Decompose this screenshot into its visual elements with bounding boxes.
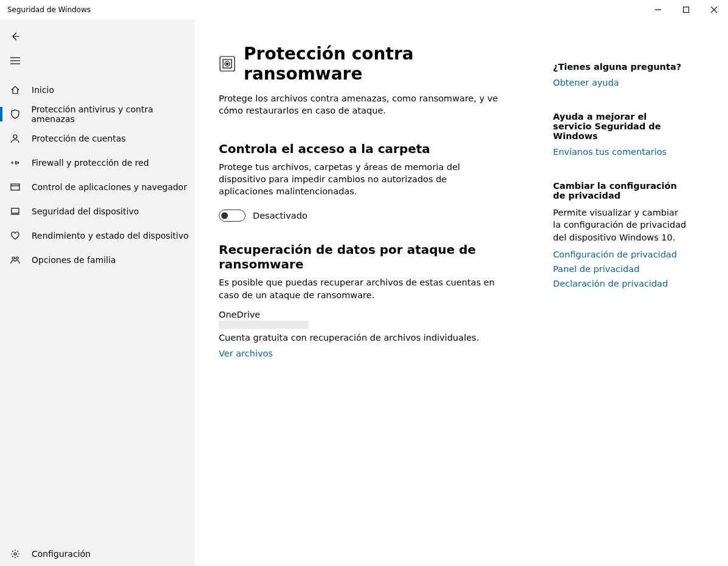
sidebar-item-settings[interactable]: Configuración [0,542,194,566]
maximize-button[interactable] [672,0,700,19]
sidebar-item-firewall[interactable]: Firewall y protección de red [0,151,194,175]
folder-access-toggle[interactable] [219,210,246,222]
section-desc-ransomware-recovery: Es posible que puedas recuperar archivos… [219,276,498,301]
back-button[interactable] [0,24,194,49]
svg-point-13 [16,257,18,259]
sidebar-item-device-health[interactable]: Rendimiento y estado del dispositivo [0,223,194,248]
privacy-dashboard-link[interactable]: Panel de privacidad [553,264,687,274]
sidebar-item-label: Inicio [32,85,54,95]
section-desc-folder-access: Protege tus archivos, carpetas y áreas d… [219,161,498,198]
sidebar-item-virus-threat[interactable]: Protección antivirus y contra amenazas [0,102,194,126]
account-name: OneDrive [219,310,529,319]
aside-privacy-heading: Cambiar la configuración de privacidad [553,181,687,200]
get-help-link[interactable]: Obtener ayuda [553,78,687,87]
ransomware-icon [219,55,235,72]
network-icon [10,158,21,168]
shield-icon [10,109,20,119]
privacy-settings-link[interactable]: Configuración de privacidad [553,250,687,259]
account-email-redacted [219,321,309,329]
sidebar-item-label: Firewall y protección de red [32,158,149,168]
sidebar-item-label: Protección de cuentas [32,134,126,143]
device-icon [10,206,21,216]
titlebar: Seguridad de Windows [0,0,728,19]
sidebar-item-family[interactable]: Opciones de familia [0,248,194,272]
svg-point-18 [226,63,228,65]
heart-icon [10,231,21,240]
section-heading-ransomware-recovery: Recuperación de datos por ataque de rans… [219,242,529,271]
svg-point-14 [14,553,16,555]
sidebar-item-app-browser[interactable]: Control de aplicaciones y navegador [0,175,194,199]
gear-icon [10,549,21,559]
sidebar-item-label: Protección antivirus y contra amenazas [31,104,194,124]
sidebar-item-account-protection[interactable]: Protección de cuentas [0,126,194,151]
svg-rect-10 [12,208,19,213]
family-icon [10,255,21,265]
page-lead: Protege los archivos contra amenazas, co… [219,92,498,117]
content-area: Protección contra ransomware Protege los… [194,19,728,566]
aside-help-heading: ¿Tienes alguna pregunta? [553,62,687,72]
sidebar-item-label: Opciones de familia [32,255,116,265]
minimize-button[interactable] [644,0,672,19]
svg-rect-1 [684,7,689,13]
toggle-state-label: Desactivado [253,211,307,220]
section-heading-folder-access: Controla el acceso a la carpeta [219,142,529,156]
window-title: Seguridad de Windows [7,5,644,14]
send-feedback-link[interactable]: Envíanos tus comentarios [553,147,687,157]
sidebar-item-home[interactable]: Inicio [0,78,194,102]
home-icon [10,85,21,95]
svg-rect-8 [11,184,19,190]
view-files-link[interactable]: Ver archivos [219,349,273,358]
sidebar-item-device-security[interactable]: Seguridad del dispositivo [0,199,194,223]
app-window-icon [10,182,21,192]
aside-feedback-heading: Ayuda a mejorar el servicio Seguridad de… [553,112,687,141]
svg-point-12 [12,257,15,259]
account-desc: Cuenta gratuita con recuperación de arch… [219,333,529,343]
person-icon [10,134,21,143]
page-title: Protección contra ransomware [244,44,529,84]
svg-point-7 [13,135,17,138]
close-button[interactable] [700,0,728,19]
sidebar-item-label: Control de aplicaciones y navegador [32,182,187,192]
sidebar: Inicio Protección antivirus y contra ame… [0,19,194,566]
hamburger-button[interactable] [0,49,194,73]
sidebar-item-label: Seguridad del dispositivo [32,206,139,216]
privacy-statement-link[interactable]: Declaración de privacidad [553,279,687,288]
sidebar-item-label: Configuración [32,549,91,559]
aside-privacy-desc: Permite visualizar y cambiar la configur… [553,206,687,244]
sidebar-item-label: Rendimiento y estado del dispositivo [32,231,188,240]
